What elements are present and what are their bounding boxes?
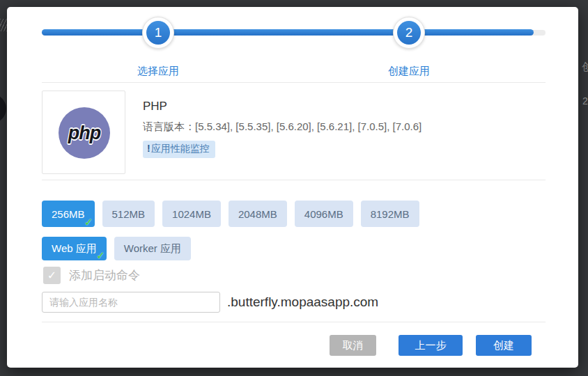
background-text-fragment: 创 [582, 61, 588, 74]
badge-label: 应用性能监控 [151, 143, 210, 154]
type-option-worker[interactable]: Worker 应用 [114, 237, 191, 260]
app-name-title: PHP [143, 100, 167, 113]
background-text-fragment: 2 [582, 95, 588, 107]
versions-value: [5.5.34], [5.5.35], [5.6.20], [5.6.21], … [195, 120, 421, 132]
versions-label: 语言版本： [143, 120, 195, 132]
memory-option-8192mb[interactable]: 8192MB [361, 201, 419, 227]
app-versions: 语言版本：[5.5.34], [5.5.35], [5.6.20], [5.6.… [143, 120, 421, 134]
divider [42, 82, 546, 83]
step-label-create-app: 创建应用 [367, 65, 451, 78]
divider [42, 322, 546, 322]
step-indicator-1: 1 [142, 17, 174, 49]
background-avatar-fragment [0, 94, 6, 123]
check-icon: ✓ [96, 249, 105, 262]
memory-option-2048mb[interactable]: 2048MB [229, 201, 287, 227]
selected-app-card: php [42, 91, 125, 174]
startup-command-row: ✓ 添加启动命令 [43, 267, 140, 284]
memory-options-group: 256MB ✓ 512MB 1024MB 2048MB 4096MB 8192M… [42, 201, 419, 227]
check-icon: ✓ [84, 216, 93, 228]
create-app-dialog: 1 2 选择应用 创建应用 php PHP 语言版本：[5.5.34], [5.… [7, 7, 578, 368]
memory-option-256mb[interactable]: 256MB ✓ [42, 201, 95, 227]
app-name-input[interactable] [42, 292, 220, 313]
memory-option-1024mb[interactable]: 1024MB [162, 201, 221, 227]
app-name-row: .butterfly.mopaasapp.com [42, 292, 378, 313]
cancel-button[interactable]: 取消 [330, 335, 376, 356]
previous-step-button[interactable]: 上一步 [399, 335, 463, 356]
memory-option-4096mb[interactable]: 4096MB [295, 201, 353, 227]
create-button[interactable]: 创建 [476, 335, 532, 356]
memory-option-512mb[interactable]: 512MB [102, 201, 155, 227]
badge-exclamation-icon: ! [147, 143, 150, 154]
apm-badge: !应用性能监控 [143, 141, 215, 158]
step-number: 2 [397, 21, 421, 45]
stepper-progress-bar [42, 29, 534, 36]
step-indicator-2: 2 [393, 17, 425, 49]
php-logo: php [59, 107, 110, 159]
startup-command-checkbox[interactable]: ✓ [43, 267, 61, 284]
divider [42, 180, 546, 180]
step-number: 1 [146, 21, 170, 45]
step-label-select-app: 选择应用 [116, 65, 200, 78]
domain-suffix: .butterfly.mopaasapp.com [227, 295, 378, 310]
app-type-options-group: Web 应用 ✓ Worker 应用 [42, 237, 191, 260]
type-option-web[interactable]: Web 应用 ✓ [42, 237, 107, 260]
startup-command-label: 添加启动命令 [69, 267, 140, 283]
